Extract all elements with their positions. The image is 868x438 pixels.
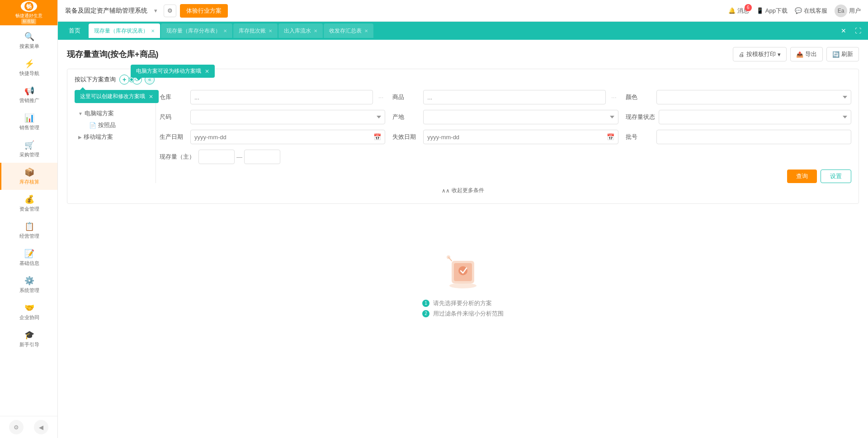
tab-summary[interactable]: 收发存汇总表 ✕ xyxy=(324,24,373,38)
template-print-btn[interactable]: 🖨 按模板打印 ▾ xyxy=(733,47,787,61)
sales-icon: 📊 xyxy=(24,113,34,123)
sidebar-collapse-btn[interactable]: ◀ xyxy=(34,420,48,434)
sidebar-item-guide[interactable]: 🎓 新手引导 xyxy=(0,325,57,353)
sidebar-item-search[interactable]: 🔍 搜索菜单 xyxy=(0,27,57,54)
header-settings-btn[interactable]: ⚙ xyxy=(164,5,176,17)
svg-point-2 xyxy=(449,283,476,288)
filter-form-row3: 生产日期 📅 失效日期 � xyxy=(160,130,851,144)
tooltip1-close-btn[interactable]: ✕ xyxy=(205,68,209,75)
sidebar-item-operations[interactable]: 📋 经营管理 xyxy=(0,217,57,244)
reset-btn[interactable]: 设置 xyxy=(821,170,851,183)
purchase-icon: 🛒 xyxy=(24,140,34,150)
tab-batch-account[interactable]: 库存批次账 ✕ xyxy=(233,24,278,38)
expire-date-input[interactable] xyxy=(427,134,606,141)
warehouse-label: 仓库 xyxy=(160,93,187,101)
batch-input[interactable] xyxy=(656,130,851,144)
export-btn[interactable]: 📤 导出 xyxy=(790,47,823,61)
svg-point-5 xyxy=(458,266,467,275)
tab-close-inventory-status[interactable]: ✕ xyxy=(151,28,155,33)
sidebar-item-quicknav[interactable]: ⚡ 快捷导航 xyxy=(0,54,57,81)
color-select[interactable] xyxy=(656,90,851,104)
tab-inout-flow[interactable]: 出入库流水 ✕ xyxy=(278,24,323,38)
filter-form-row4: 现存量（主） — xyxy=(160,150,851,164)
tab-close-all-btn[interactable]: ✕ xyxy=(837,24,850,37)
tab-close-summary[interactable]: ✕ xyxy=(364,28,368,33)
origin-label: 产地 xyxy=(392,113,420,121)
sidebar-item-finance[interactable]: 💰 资金管理 xyxy=(0,190,57,217)
collapse-more-btn[interactable]: ∧∧ 收起更多条件 xyxy=(75,183,851,198)
tab-close-inventory-dist[interactable]: ✕ xyxy=(223,28,227,33)
logo-badge: 标准版 xyxy=(21,19,36,24)
sidebar-item-marketing[interactable]: 📢 营销推广 xyxy=(0,81,57,108)
app-dropdown-btn[interactable]: ▾ xyxy=(151,6,160,15)
sidebar-item-label: 快捷导航 xyxy=(19,70,39,77)
support-icon: 💬 xyxy=(795,7,802,14)
stock-status-label: 现存量状态 xyxy=(626,113,655,121)
svg-point-7 xyxy=(447,255,450,259)
sidebar-item-label: 营销推广 xyxy=(19,97,39,104)
quicknav-icon: ⚡ xyxy=(24,59,34,69)
sidebar-item-system[interactable]: ⚙️ 系统管理 xyxy=(0,271,57,298)
size-label: 尺码 xyxy=(160,113,187,121)
batch-label: 批号 xyxy=(626,133,653,141)
tip-num-1: 1 xyxy=(422,300,429,307)
expire-date-input-wrapper[interactable]: 📅 xyxy=(423,130,618,144)
stock-main-min-input[interactable] xyxy=(198,150,235,164)
filter-form-area: 仓库 ··· 商品 ··· xyxy=(160,90,851,183)
tab-close-inout[interactable]: ✕ xyxy=(314,28,317,33)
sidebar-item-basicinfo[interactable]: 📝 基础信息 xyxy=(0,244,57,271)
batch-field: 批号 xyxy=(626,130,851,144)
goods-label: 商品 xyxy=(392,93,420,101)
sidebar-item-label: 企业协同 xyxy=(19,314,39,321)
tab-bar-right: ✕ ⛶ xyxy=(837,24,864,37)
tab-home[interactable]: 首页 xyxy=(61,24,88,38)
notification-btn[interactable]: 🔔 6 消息 xyxy=(728,7,749,15)
tab-inventory-status[interactable]: 现存量（库存状况表） ✕ xyxy=(89,24,160,38)
query-btn[interactable]: 查询 xyxy=(787,170,817,183)
scheme-by-product[interactable]: 📄 按照品 xyxy=(85,119,152,131)
sidebar-settings-btn[interactable]: ⚙ xyxy=(9,420,24,434)
refresh-btn[interactable]: 🔄 刷新 xyxy=(826,47,859,61)
stock-main-label: 现存量（主） xyxy=(160,153,195,161)
tab-bar: 首页 现存量（库存状况表） ✕ 现存量（库存分布表） ✕ 库存批次账 ✕ 出入库… xyxy=(58,22,868,40)
online-support-btn[interactable]: 💬 在线客服 xyxy=(795,7,827,15)
goods-input[interactable] xyxy=(423,90,606,104)
produce-date-input[interactable] xyxy=(194,134,373,141)
query-buttons-area: 查询 设置 xyxy=(160,170,851,183)
scheme-panel: 这里可以创建和修改方案哦 ✕ ▼ 电脑端方案 📄 按照品 xyxy=(75,90,156,183)
sidebar-item-sales[interactable]: 📊 销售管理 xyxy=(0,108,57,136)
sidebar-item-purchase[interactable]: 🛒 采购管理 xyxy=(0,136,57,163)
tab-close-batch[interactable]: ✕ xyxy=(269,28,272,33)
warehouse-input[interactable] xyxy=(190,90,373,104)
origin-select[interactable] xyxy=(423,110,618,124)
tooltip2-close-btn[interactable]: ✕ xyxy=(149,94,153,100)
refresh-icon: 🔄 xyxy=(832,51,840,58)
warehouse-field: 仓库 ··· xyxy=(160,90,385,104)
tab-inventory-dist[interactable]: 现存量（库存分布表） ✕ xyxy=(161,24,232,38)
scheme-mobile[interactable]: ▶ 移动端方案 xyxy=(75,131,152,143)
size-select[interactable] xyxy=(190,110,385,124)
empty-tip-1: 1 请先选择要分析的方案 xyxy=(422,298,504,308)
user-btn[interactable]: Ea 用户 xyxy=(835,5,861,17)
sidebar-item-inventory[interactable]: 📦 库存核算 xyxy=(0,163,57,190)
tooltip-scheme-mobile: 电脑方案可设为移动方案哦 ✕ xyxy=(131,65,215,78)
sidebar-item-label: 搜索菜单 xyxy=(19,43,39,50)
page-content: 现存量查询(按仓库+商品) 🖨 按模板打印 ▾ 📤 导出 🔄 刷新 xyxy=(58,40,868,438)
guide-icon: 🎓 xyxy=(24,330,34,340)
sidebar-item-label: 新手引导 xyxy=(19,341,39,348)
app-download-btn[interactable]: 📱 App下载 xyxy=(756,7,788,15)
filter-add-btn[interactable]: + xyxy=(119,75,129,85)
stock-main-max-input[interactable] xyxy=(244,150,280,164)
sidebar-item-enterprise[interactable]: 🤝 企业协同 xyxy=(0,298,57,325)
header-left: 装备及固定资产辅助管理系统 ▾ ⚙ 体验行业方案 xyxy=(65,4,228,18)
tab-maximize-btn[interactable]: ⛶ xyxy=(852,24,864,37)
warehouse-ellipsis-icon[interactable]: ··· xyxy=(377,94,386,101)
file-icon: 📄 xyxy=(89,122,96,129)
goods-ellipsis-icon[interactable]: ··· xyxy=(609,94,618,101)
scheme-desktop[interactable]: ▼ 电脑端方案 xyxy=(75,108,152,119)
page-title: 现存量查询(按仓库+商品) xyxy=(67,49,159,60)
produce-date-input-wrapper[interactable]: 📅 xyxy=(190,130,385,144)
operations-icon: 📋 xyxy=(24,221,34,231)
stock-status-select[interactable] xyxy=(659,110,851,124)
trial-btn[interactable]: 体验行业方案 xyxy=(180,4,228,18)
